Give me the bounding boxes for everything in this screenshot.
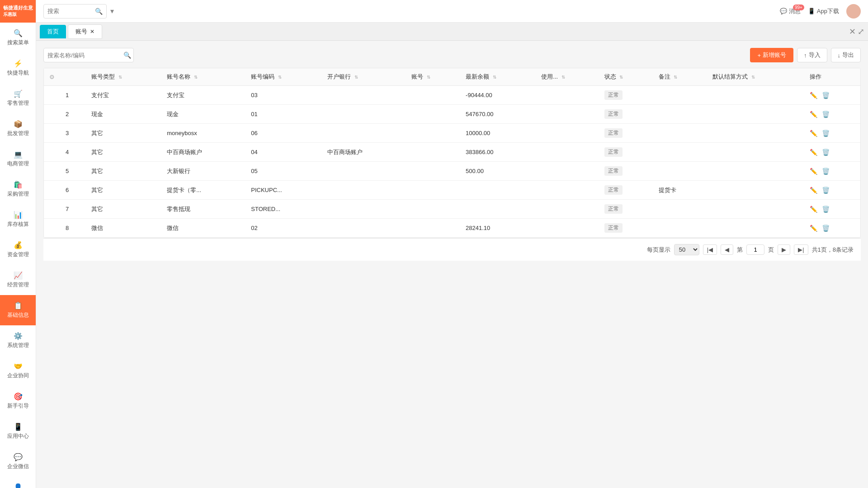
tab-home[interactable]: 首页	[40, 25, 66, 38]
sidebar-item-guide[interactable]: 🎯 新手引导	[0, 386, 36, 416]
page-first-button[interactable]: |◀	[703, 244, 717, 255]
sidebar-item-purchase[interactable]: 🛍️ 采购管理	[0, 174, 36, 204]
page-label: 第	[737, 246, 743, 254]
status-badge: 正常	[604, 90, 623, 100]
toolbar-left: 🔍	[43, 48, 134, 62]
row-bank: 中百商场账户	[322, 143, 406, 162]
edit-icon[interactable]: ✏️	[810, 149, 817, 156]
page-prev-button[interactable]: ◀	[721, 244, 733, 255]
message-button[interactable]: 💬 消息 99+	[780, 7, 801, 15]
tab-account-close[interactable]: ✕	[90, 28, 94, 35]
th-name[interactable]: 账号名称 ⇅	[161, 68, 245, 86]
th-type[interactable]: 账号类型 ⇅	[86, 68, 161, 86]
sidebar-item-retail[interactable]: 🛒 零售管理	[0, 83, 36, 113]
edit-icon[interactable]: ✏️	[810, 225, 817, 232]
export-button[interactable]: ↓ 导出	[831, 48, 861, 62]
logo: 畅捷通好生意 乐惠版	[0, 0, 36, 23]
sidebar-item-basic[interactable]: 📋 基础信息	[0, 295, 36, 325]
row-account	[406, 162, 460, 181]
add-account-button[interactable]: + 新增账号	[750, 48, 793, 62]
sidebar-item-system[interactable]: ⚙️ 系统管理	[0, 325, 36, 356]
th-bank[interactable]: 开户银行 ⇅	[322, 68, 406, 86]
row-name: moneybosx	[161, 124, 245, 143]
row-code: 03	[245, 86, 322, 105]
row-account	[406, 219, 460, 238]
edit-icon[interactable]: ✏️	[810, 187, 817, 194]
th-status[interactable]: 状态 ⇅	[599, 68, 653, 86]
edit-icon[interactable]: ✏️	[810, 206, 817, 213]
sidebar-item-operations[interactable]: 📈 经营管理	[0, 265, 36, 295]
th-usage[interactable]: 使用... ⇅	[536, 68, 599, 86]
th-gear[interactable]: ⚙	[44, 68, 60, 86]
row-index: 5	[60, 162, 86, 181]
sidebar-item-wholesale[interactable]: 📦 批发管理	[0, 113, 36, 144]
main-area: 🔍 ▾ 💬 消息 99+ 📱 App下载 首页 账号 ✕	[36, 0, 868, 488]
tab-expand-icon[interactable]: ⤢	[858, 27, 864, 37]
delete-icon[interactable]: 🗑️	[822, 168, 830, 175]
row-default-payment	[707, 181, 804, 200]
row-bank	[322, 86, 406, 105]
row-gear	[44, 86, 60, 105]
th-default-payment[interactable]: 默认结算方式 ⇅	[707, 68, 804, 86]
row-status: 正常	[599, 143, 653, 162]
row-default-payment	[707, 105, 804, 124]
page-next-button[interactable]: ▶	[778, 244, 790, 255]
row-type: 支付宝	[86, 86, 161, 105]
row-status: 正常	[599, 181, 653, 200]
delete-icon[interactable]: 🗑️	[822, 187, 830, 194]
sidebar-item-agreement[interactable]: 🤝 企业协同	[0, 356, 36, 386]
tab-account[interactable]: 账号 ✕	[68, 24, 102, 39]
sidebar-item-wechat[interactable]: 💬 企业微信	[0, 446, 36, 477]
per-page-select[interactable]: 50 100 200	[674, 244, 699, 255]
purchase-icon: 🛍️	[14, 180, 23, 189]
table-row: 6 其它 提货卡（零... PICKUPC... 正常 提货卡 ✏️ 🗑️	[44, 181, 860, 200]
page-last-button[interactable]: ▶|	[794, 244, 808, 255]
delete-icon[interactable]: 🗑️	[822, 225, 830, 232]
delete-icon[interactable]: 🗑️	[822, 130, 830, 137]
row-index: 2	[60, 105, 86, 124]
tab-account-label: 账号	[75, 28, 87, 36]
system-icon: ⚙️	[14, 332, 23, 340]
status-badge: 正常	[604, 128, 623, 138]
edit-icon[interactable]: ✏️	[810, 92, 817, 99]
avatar[interactable]	[846, 4, 861, 19]
row-gear	[44, 162, 60, 181]
sidebar-item-ecommerce[interactable]: 💻 电商管理	[0, 144, 36, 174]
edit-icon[interactable]: ✏️	[810, 111, 817, 118]
sidebar-item-appcenter[interactable]: 📱 应用中心	[0, 416, 36, 446]
delete-icon[interactable]: 🗑️	[822, 149, 830, 156]
delete-icon[interactable]: 🗑️	[822, 206, 830, 213]
row-default-payment	[707, 162, 804, 181]
th-remark[interactable]: 备注 ⇅	[653, 68, 708, 86]
app-download-button[interactable]: 📱 App下载	[808, 7, 839, 15]
top-dropdown-icon[interactable]: ▾	[110, 7, 114, 15]
row-balance: 383866.00	[460, 143, 536, 162]
row-remark	[653, 219, 708, 238]
sidebar-item-shortcut[interactable]: ⚡ 快捷导航	[0, 53, 36, 83]
table-body: 1 支付宝 支付宝 03 -90444.00 正常 ✏️ 🗑️ 2 现金 现金 …	[44, 86, 860, 238]
import-button[interactable]: ↑ 导入	[797, 48, 827, 62]
export-label: 导出	[842, 51, 854, 59]
th-account[interactable]: 账号 ⇅	[406, 68, 460, 86]
sidebar-item-inventory[interactable]: 📊 库存核算	[0, 204, 36, 235]
import-label: 导入	[809, 51, 821, 59]
th-action: 操作	[804, 68, 860, 86]
sidebar-item-search[interactable]: 🔍 搜索菜单	[0, 23, 36, 53]
delete-icon[interactable]: 🗑️	[822, 92, 830, 99]
row-status: 正常	[599, 219, 653, 238]
page-number-input[interactable]	[746, 244, 764, 255]
sidebar-item-finance[interactable]: 💰 资金管理	[0, 235, 36, 265]
edit-icon[interactable]: ✏️	[810, 168, 817, 175]
tab-close-all-icon[interactable]: ✕	[849, 27, 856, 37]
top-search-input[interactable]	[47, 8, 95, 14]
th-code[interactable]: 账号编码 ⇅	[245, 68, 322, 86]
search-wrap[interactable]: 🔍	[43, 48, 134, 62]
agreement-icon: 🤝	[14, 362, 23, 371]
sidebar-item-member[interactable]: 👤 畅会员	[0, 477, 36, 488]
row-remark	[653, 124, 708, 143]
top-search-wrap[interactable]: 🔍	[43, 4, 107, 19]
search-input[interactable]	[47, 52, 123, 59]
edit-icon[interactable]: ✏️	[810, 130, 817, 137]
th-balance[interactable]: 最新余额 ⇅	[460, 68, 536, 86]
delete-icon[interactable]: 🗑️	[822, 111, 830, 118]
